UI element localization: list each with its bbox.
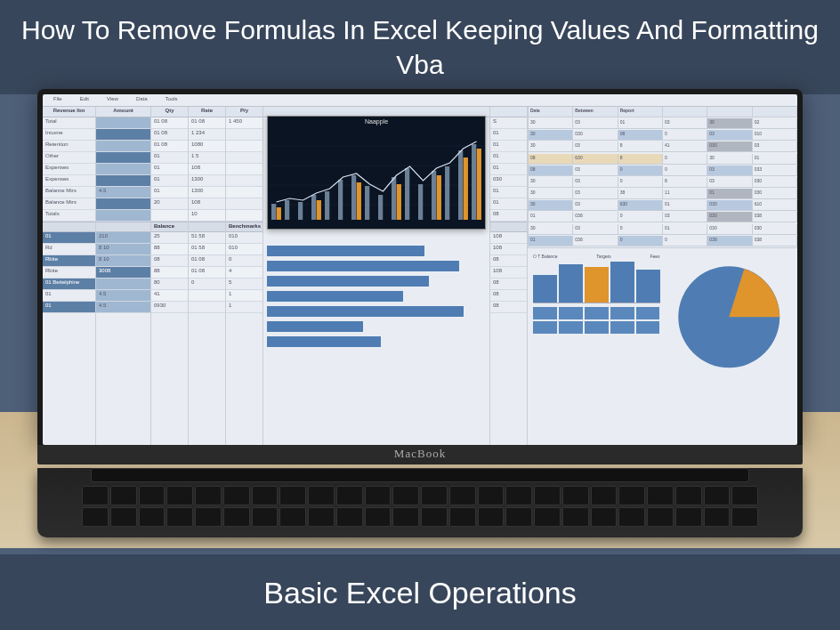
- key[interactable]: [675, 486, 702, 505]
- cell[interactable]: 108: [490, 244, 527, 255]
- mini-cell[interactable]: 03: [707, 177, 752, 188]
- cell[interactable]: 25: [151, 232, 188, 244]
- mini-cell[interactable]: 01: [663, 224, 707, 235]
- cell[interactable]: 1 5: [189, 152, 225, 164]
- mini-cell[interactable]: 038: [707, 236, 752, 246]
- key[interactable]: [505, 507, 532, 527]
- mini-cell[interactable]: 038: [753, 212, 797, 222]
- mini-cell[interactable]: 030: [707, 212, 752, 222]
- cell[interactable]: 4: [226, 267, 262, 279]
- cell[interactable]: 4.5: [96, 302, 150, 313]
- key[interactable]: [252, 486, 279, 505]
- cell[interactable]: 01: [151, 187, 188, 198]
- mini-cell[interactable]: 0: [663, 166, 707, 176]
- cell[interactable]: 01 58: [189, 244, 225, 255]
- cell[interactable]: 0: [189, 279, 225, 290]
- mini-cell[interactable]: 010: [753, 130, 797, 141]
- cell[interactable]: 3008: [96, 267, 150, 279]
- mini-cell[interactable]: 01: [707, 189, 752, 199]
- ribbon-item[interactable]: Tools: [160, 96, 183, 104]
- cell[interactable]: 01 08: [151, 129, 188, 141]
- mini-cell[interactable]: 08: [529, 166, 573, 176]
- cell[interactable]: 01 08: [151, 117, 188, 129]
- ribbon-item[interactable]: Data: [131, 96, 153, 104]
- cell[interactable]: 08: [490, 302, 527, 313]
- cell[interactable]: Expenses: [43, 175, 95, 187]
- cell[interactable]: 80: [151, 279, 188, 290]
- cell[interactable]: 1 450: [226, 117, 262, 129]
- key[interactable]: [336, 507, 363, 527]
- cell[interactable]: 01: [490, 152, 527, 164]
- cell[interactable]: 08: [490, 255, 527, 267]
- key[interactable]: [336, 486, 363, 505]
- mini-cell[interactable]: 11: [663, 189, 707, 199]
- mini-cell[interactable]: 30: [529, 118, 573, 129]
- cell[interactable]: 01 08: [151, 141, 188, 152]
- mini-cell[interactable]: 033: [753, 166, 797, 176]
- mini-cell[interactable]: 630: [573, 154, 618, 165]
- cell[interactable]: [226, 175, 262, 187]
- mini-cell[interactable]: 030: [707, 200, 752, 211]
- ribbon-item[interactable]: Edit: [75, 96, 94, 104]
- mini-cell[interactable]: 038: [573, 212, 618, 222]
- cell[interactable]: [96, 222, 150, 232]
- key[interactable]: [252, 507, 279, 527]
- mini-cell[interactable]: 38: [618, 189, 663, 199]
- cell[interactable]: [189, 290, 225, 302]
- cell[interactable]: Rd: [43, 244, 95, 255]
- cell[interactable]: [96, 117, 150, 129]
- key[interactable]: [618, 486, 645, 505]
- ribbon-item[interactable]: File: [48, 96, 68, 104]
- key[interactable]: [647, 486, 674, 505]
- mini-cell[interactable]: 03: [573, 141, 618, 152]
- key[interactable]: [704, 486, 731, 505]
- mini-cell[interactable]: 30: [529, 224, 573, 235]
- mini-cell[interactable]: 030: [573, 130, 618, 141]
- cell[interactable]: 01: [490, 187, 527, 198]
- cell[interactable]: 1 234: [189, 129, 225, 141]
- cell[interactable]: 030: [490, 175, 527, 187]
- cell[interactable]: Rbite: [43, 255, 95, 267]
- key[interactable]: [139, 507, 166, 527]
- cell[interactable]: 1300: [189, 187, 225, 198]
- cell[interactable]: 01: [151, 164, 188, 175]
- mini-cell[interactable]: 03: [573, 189, 618, 199]
- cell[interactable]: 01: [151, 175, 188, 187]
- cell[interactable]: [151, 210, 188, 222]
- cell[interactable]: 5: [226, 279, 262, 290]
- cell[interactable]: [96, 279, 150, 290]
- cell[interactable]: [96, 129, 150, 141]
- cell[interactable]: 4.5: [96, 290, 150, 302]
- cell[interactable]: Totals: [43, 210, 95, 222]
- cell[interactable]: 01: [151, 152, 188, 164]
- key[interactable]: [534, 486, 561, 505]
- cell[interactable]: [96, 175, 150, 187]
- cell[interactable]: 20: [151, 198, 188, 210]
- cell[interactable]: [96, 152, 150, 164]
- mini-cell[interactable]: 8: [618, 154, 663, 165]
- mini-cell[interactable]: 030: [753, 177, 797, 188]
- key[interactable]: [223, 486, 250, 505]
- cell[interactable]: [96, 210, 150, 222]
- cell[interactable]: 010: [226, 244, 262, 255]
- cell[interactable]: 01 08: [189, 117, 225, 129]
- cell[interactable]: S: [490, 117, 527, 129]
- cell[interactable]: 88: [151, 244, 188, 255]
- mini-cell[interactable]: 01: [663, 200, 707, 211]
- key[interactable]: [731, 507, 758, 527]
- ribbon-item[interactable]: View: [101, 96, 124, 104]
- key[interactable]: [223, 507, 250, 527]
- mini-cell[interactable]: 038: [753, 236, 797, 246]
- mini-cell[interactable]: 030: [707, 224, 752, 235]
- cell[interactable]: 01: [490, 141, 527, 152]
- mini-cell[interactable]: 0: [618, 212, 663, 222]
- cell[interactable]: [43, 222, 95, 232]
- mini-cell[interactable]: 30: [529, 189, 573, 199]
- mini-cell[interactable]: 0: [618, 166, 663, 176]
- key[interactable]: [195, 507, 222, 527]
- mini-cell[interactable]: 30: [707, 154, 752, 165]
- mini-cell[interactable]: 03: [573, 177, 618, 188]
- cell[interactable]: [490, 222, 527, 232]
- cell[interactable]: [226, 164, 262, 175]
- mini-cell[interactable]: 01: [753, 154, 797, 165]
